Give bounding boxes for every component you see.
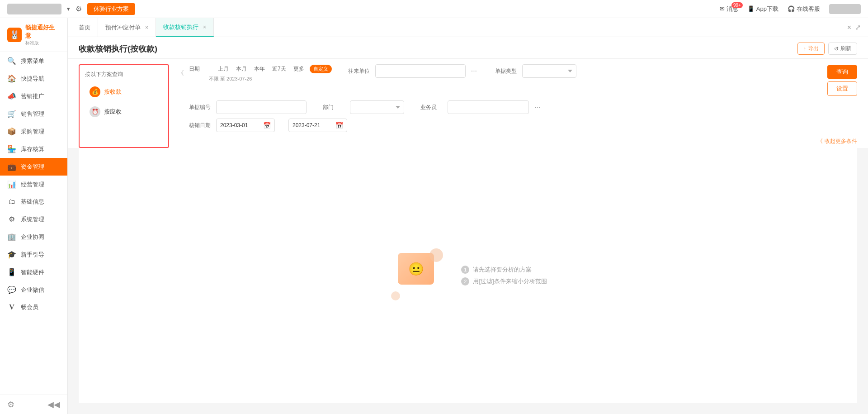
- by-receivable-label: 按应收: [104, 108, 122, 116]
- sidebar-item-purchase[interactable]: 📦 采购管理: [0, 123, 67, 140]
- empty-face-icon: 😐: [408, 262, 424, 276]
- more-conditions-row: 《 收起更多条件: [189, 135, 857, 148]
- verify-date-end-input[interactable]: 2023-07-21 📅: [288, 119, 347, 132]
- sidebar-item-system[interactable]: ⚙ 系统管理: [0, 210, 67, 228]
- dept-label: 部门: [323, 104, 346, 111]
- sidebar-item-marketing[interactable]: 📣 营销推广: [0, 87, 67, 105]
- empty-tip-2: 2 用[过滤]条件来缩小分析范围: [461, 277, 547, 286]
- filter-option-by-receivable[interactable]: ⏰ 按应收: [85, 103, 163, 121]
- counterpart-input[interactable]: [375, 64, 466, 78]
- sidebar-item-finance[interactable]: 💼 资金管理: [0, 158, 67, 176]
- app-download-button[interactable]: 📱 App下载: [747, 5, 778, 13]
- staff-label: 业务员: [420, 104, 444, 111]
- finance-icon: 💼: [7, 162, 16, 171]
- tab-close-all-icon[interactable]: ×: [847, 24, 851, 32]
- basic-icon: 🗂: [7, 198, 16, 206]
- refresh-button[interactable]: ↺ 刷新: [828, 43, 857, 55]
- sidebar-label-marketing: 营销推广: [21, 92, 44, 100]
- tab-home[interactable]: 首页: [71, 18, 98, 37]
- query-button[interactable]: 查询: [827, 65, 857, 79]
- enterprise-icon: 🏢: [7, 233, 16, 241]
- sidebar-item-shortcut[interactable]: 🏠 快捷导航: [0, 70, 67, 87]
- staff-more-icon[interactable]: ···: [533, 103, 542, 111]
- sidebar-item-search[interactable]: 🔍 搜索菜单: [0, 52, 67, 70]
- system-icon: ⚙: [7, 215, 16, 224]
- sidebar-item-hardware[interactable]: 📱 智能硬件: [0, 263, 67, 281]
- empty-box: 😐: [398, 253, 434, 285]
- empty-tip-1: 1 请先选择要分析的方案: [461, 266, 532, 274]
- date-opt-this-month[interactable]: 本月: [234, 64, 249, 74]
- sidebar: 🐰 畅捷通好生意 标准版 🔍 搜索菜单 🏠 快捷导航 📣 营销推广 🛒 销售管理: [0, 18, 68, 414]
- verify-end-text: 2023-07-21: [292, 122, 333, 128]
- header-right: ✉ 消息 99+ 📱 App下载 🎧 在线客服: [720, 4, 861, 14]
- refresh-icon: ↺: [834, 46, 839, 52]
- setting-button[interactable]: 设置: [827, 81, 857, 96]
- sidebar-label-purchase: 采购管理: [21, 128, 44, 136]
- tab-prepay[interactable]: 预付冲应付单 ×: [98, 18, 156, 37]
- inventory-icon: 🏪: [7, 145, 16, 153]
- sidebar-item-basic[interactable]: 🗂 基础信息: [0, 193, 67, 210]
- search-icon: 🔍: [7, 57, 16, 65]
- doc-no-label: 单据编号: [189, 104, 212, 111]
- logo-icon: 🐰: [7, 28, 22, 42]
- verify-date-start-input[interactable]: 2023-03-01 📅: [216, 119, 275, 132]
- export-button[interactable]: ↑ 导出: [797, 43, 825, 55]
- tab-expand-icon[interactable]: ⤢: [855, 23, 861, 32]
- filter-option-by-collection[interactable]: 💰 按收款: [85, 83, 163, 101]
- empty-state: 😐 1 请先选择要分析的方案 2 用[过滤]条件来缩小分析范围: [79, 148, 857, 403]
- collapse-left-panel-button[interactable]: 《: [176, 64, 185, 82]
- date-opt-this-year[interactable]: 本年: [252, 64, 267, 74]
- user-avatar[interactable]: [829, 4, 861, 14]
- collapse-more-icon: 《: [817, 138, 823, 145]
- by-collection-label: 按收款: [104, 88, 122, 96]
- industry-solution-button[interactable]: 休验行业方案: [87, 3, 135, 15]
- sidebar-item-member[interactable]: V 畅会员: [0, 299, 67, 316]
- tip-2-text: 用[过滤]条件来缩小分析范围: [473, 277, 547, 286]
- sidebar-label-inventory: 库存核算: [21, 145, 44, 153]
- counterpart-more-icon[interactable]: ···: [469, 67, 479, 75]
- dept-select[interactable]: [350, 100, 404, 114]
- logo-sub: 标准版: [25, 40, 60, 46]
- tabs: 首页 预付冲应付单 × 收款核销执行 ×: [71, 18, 214, 37]
- collapse-more-label: 收起更多条件: [825, 138, 857, 145]
- form-actions: 查询 设置: [824, 64, 857, 96]
- filter-right-form: 日期 上月 本月 本年 近7天 更多 自定义: [189, 64, 857, 148]
- sidebar-item-inventory[interactable]: 🏪 库存核算: [0, 140, 67, 158]
- collapse-sidebar-icon[interactable]: ◀◀: [47, 400, 60, 409]
- message-button[interactable]: ✉ 消息 99+: [720, 5, 738, 13]
- message-icon: ✉: [720, 5, 725, 12]
- date-opt-custom[interactable]: 自定义: [310, 65, 332, 73]
- sidebar-item-enterprise[interactable]: 🏢 企业协同: [0, 228, 67, 246]
- date-separator: —: [278, 122, 285, 129]
- date-opt-last-month[interactable]: 上月: [216, 64, 231, 74]
- filter-left-panel: 按以下方案查询 💰 按收款 ⏰ 按应收: [79, 64, 169, 148]
- date-opt-more[interactable]: 更多: [292, 64, 306, 74]
- settings-footer-icon[interactable]: ⚙: [7, 400, 14, 409]
- tab-prepay-close-icon[interactable]: ×: [145, 24, 148, 31]
- collapse-more-button[interactable]: 《 收起更多条件: [817, 138, 857, 145]
- sidebar-item-sales[interactable]: 🛒 销售管理: [0, 105, 67, 123]
- sidebar-label-operations: 经营管理: [21, 181, 44, 189]
- tip-1-num: 1: [461, 266, 469, 274]
- date-no-limit-text: 不限 至 2023-07-26: [209, 76, 252, 82]
- tab-current-close-icon[interactable]: ×: [203, 24, 206, 30]
- doc-type-select[interactable]: [522, 64, 576, 78]
- tab-current[interactable]: 收款核销执行 ×: [156, 18, 214, 37]
- empty-tips: 1 请先选择要分析的方案 2 用[过滤]条件来缩小分析范围: [461, 266, 547, 286]
- dropdown-arrow-icon[interactable]: ▾: [67, 5, 70, 12]
- online-service-button[interactable]: 🎧 在线客服: [788, 5, 820, 13]
- service-icon: 🎧: [788, 5, 795, 12]
- sidebar-item-wechat[interactable]: 💬 企业微信: [0, 281, 67, 299]
- sidebar-label-sales: 销售管理: [21, 110, 44, 118]
- settings-icon[interactable]: ⚙: [75, 5, 82, 13]
- date-opt-7days[interactable]: 近7天: [270, 64, 288, 74]
- sidebar-item-operations[interactable]: 📊 经营管理: [0, 176, 67, 193]
- brand-logo: [7, 4, 61, 14]
- verify-start-calendar-icon[interactable]: 📅: [263, 122, 271, 129]
- doc-no-input[interactable]: [216, 100, 307, 114]
- sidebar-logo: 🐰 畅捷通好生意 标准版: [0, 18, 67, 52]
- sidebar-item-guide[interactable]: 🎓 新手引导: [0, 246, 67, 263]
- sidebar-label-basic: 基础信息: [21, 198, 44, 206]
- staff-input[interactable]: [448, 100, 529, 114]
- verify-end-calendar-icon[interactable]: 📅: [335, 122, 343, 129]
